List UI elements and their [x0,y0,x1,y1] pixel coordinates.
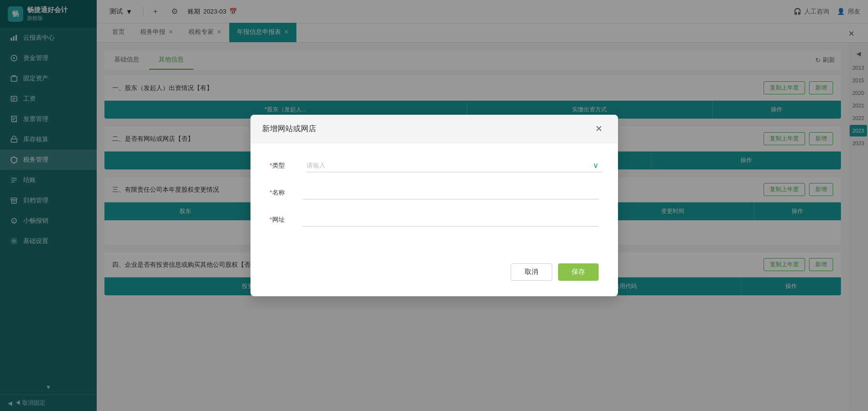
form-label-name: *名称 [270,188,299,197]
modal-body: *类型 ∨ *名称 *网址 [250,143,618,256]
form-row-url: *网址 [270,213,599,227]
save-button[interactable]: 保存 [558,263,599,281]
form-row-type: *类型 ∨ [270,159,599,172]
modal-close-btn[interactable]: ✕ [591,122,606,135]
type-select-wrapper: ∨ [303,159,599,172]
modal-footer: 取消 保存 [250,256,618,296]
form-label-type: *类型 [270,161,299,170]
modal-add-website: 新增网站或网店 ✕ *类型 ∨ *名称 [250,115,618,296]
url-input[interactable] [303,213,599,227]
modal-overlay[interactable]: 新增网站或网店 ✕ *类型 ∨ *名称 [0,0,868,411]
cancel-button[interactable]: 取消 [511,263,552,281]
type-input[interactable] [307,159,603,172]
modal-title: 新增网站或网店 [262,124,316,134]
form-row-name: *名称 [270,186,599,199]
name-input[interactable] [303,186,599,199]
modal-header: 新增网站或网店 ✕ [250,115,618,143]
form-label-url: *网址 [270,215,299,224]
